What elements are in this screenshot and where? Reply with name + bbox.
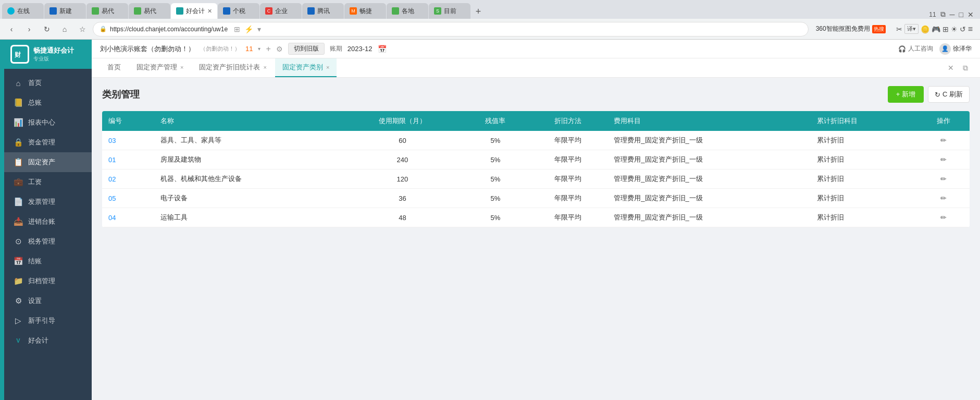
forward-button[interactable]: › <box>22 22 36 37</box>
sidebar-item-guide[interactable]: ▷ 新手引导 <box>4 311 92 331</box>
search-area[interactable]: 360智能抠图免费用 热搜 <box>812 25 890 33</box>
add-button[interactable]: + 新增 <box>888 86 924 103</box>
tab-fixed-asset-mgmt[interactable]: 固定资产管理 × <box>129 58 191 77</box>
browser-tab-gedi[interactable]: 各地 <box>387 3 428 19</box>
close-panel-icon[interactable]: ✕ <box>945 62 957 74</box>
browser-tab-muqian[interactable]: S 目前 <box>429 3 470 19</box>
browser-tab-new[interactable]: 新建 <box>44 3 86 19</box>
row4-name: 运输工具 <box>154 208 342 227</box>
dropdown-icon[interactable]: ▾ <box>257 25 261 33</box>
browser-tab-qiye[interactable]: C 企业 <box>260 3 302 19</box>
sidebar-item-payroll[interactable]: 💼 工资 <box>4 172 92 192</box>
new-window-icon[interactable]: ⧉ <box>940 10 946 19</box>
minimize-icon[interactable]: ─ <box>950 10 955 19</box>
svg-text:财: 财 <box>14 51 21 58</box>
url-bar[interactable]: 🔒 https://cloud.chanjet.com/accounting/u… <box>93 22 809 37</box>
game-icon[interactable]: 🎮 <box>932 25 940 33</box>
browser-tab-changjie[interactable]: M 畅捷 <box>344 3 386 19</box>
sidebar-item-report[interactable]: 📊 报表中心 <box>4 113 92 132</box>
reload-button[interactable]: ↻ <box>40 22 54 37</box>
sidebar-item-invoice[interactable]: 📄 发票管理 <box>4 192 92 212</box>
tab-close-fixed-mgmt[interactable]: × <box>180 64 183 70</box>
tab-home[interactable]: 首页 <box>100 58 128 77</box>
page-title: 类别管理 <box>102 88 140 101</box>
grid-icon[interactable]: ⊞ <box>942 25 949 33</box>
table-row: 03 器具、工具、家具等 60 5% 年限平均 管理费用_固定资产折旧_一级 累… <box>102 131 970 150</box>
sidebar-item-fixed-assets[interactable]: 📋 固定资产 <box>4 152 92 172</box>
menu-icon[interactable]: ≡ <box>968 25 973 34</box>
purchase-nav-icon: 📥 <box>14 217 23 226</box>
sidebar-item-close[interactable]: 📅 结账 <box>4 251 92 271</box>
tab-close-category[interactable]: × <box>326 64 329 70</box>
boost-icon: ⚡ <box>244 25 253 33</box>
user-info[interactable]: 👤 徐泽华 <box>939 43 972 55</box>
toolbar-add-icon[interactable]: + <box>266 44 270 54</box>
row2-edit-icon[interactable]: ✏ <box>940 175 947 183</box>
switch-version-button[interactable]: 切到旧版 <box>288 43 325 55</box>
browser-tab-geshui[interactable]: 个税 <box>218 3 259 19</box>
row3-expense: 管理费用_固定资产折旧_一级 <box>607 189 811 208</box>
calendar-icon[interactable]: 📅 <box>378 45 387 53</box>
period-value: 2023-12 <box>348 45 373 53</box>
row1-method: 年限平均 <box>528 150 607 169</box>
sidebar-label-archive: 归档管理 <box>28 276 55 286</box>
browser-tab-yidai2[interactable]: 易代 <box>129 3 170 19</box>
row4-edit-icon[interactable]: ✏ <box>940 213 947 222</box>
row1-code-link[interactable]: 01 <box>108 156 116 164</box>
browser-tab-yidai1[interactable]: 易代 <box>86 3 128 19</box>
tab-close-dep-table[interactable]: × <box>263 64 266 70</box>
back-button[interactable]: ‹ <box>4 22 19 37</box>
browser-tab-tengxun[interactable]: 腾讯 <box>302 3 344 19</box>
row2-period: 120 <box>342 169 463 189</box>
sidebar-label-funds: 资金管理 <box>28 138 55 147</box>
browser-tab-zaixin[interactable]: 在线 <box>2 3 44 19</box>
toolbar-settings-icon[interactable]: ⚙ <box>276 45 283 53</box>
refresh-button[interactable]: ↻ C 刷新 <box>928 86 970 103</box>
sidebar-item-archive[interactable]: 📁 归档管理 <box>4 271 92 291</box>
home-nav-icon: ⌂ <box>14 79 23 88</box>
tab-label-geshui: 个税 <box>233 7 245 16</box>
coin-icon[interactable]: 🪙 <box>921 25 929 33</box>
sidebar-label-payroll: 工资 <box>28 177 42 187</box>
row2-code-link[interactable]: 02 <box>108 175 116 183</box>
archive-nav-icon: 📁 <box>14 276 23 286</box>
sidebar-item-haokuaiji[interactable]: V 好会计 <box>4 331 92 350</box>
sidebar-item-home[interactable]: ⌂ 首页 <box>4 73 92 93</box>
sidebar: 财 畅捷通好会计 专业版 ⌂ 首页 📒 总账 📊 <box>4 40 92 400</box>
settings-nav-icon: ⚙ <box>14 296 23 306</box>
undo-icon[interactable]: ↺ <box>960 25 966 33</box>
scissors-icon[interactable]: ✂ <box>896 25 902 33</box>
row4-code-link[interactable]: 04 <box>108 214 116 222</box>
col-name: 名称 <box>154 111 342 131</box>
browser-tab-haokuaiji[interactable]: 好会计 ✕ <box>171 3 217 19</box>
url-text: https://cloud.chanjet.com/accounting/uw1… <box>110 26 228 33</box>
close-window-icon[interactable]: ✕ <box>967 10 974 19</box>
sidebar-item-tax[interactable]: ⊙ 税务管理 <box>4 232 92 251</box>
brightness-icon[interactable]: ☀ <box>951 25 958 33</box>
sidebar-item-settings[interactable]: ⚙ 设置 <box>4 291 92 311</box>
col-method: 折旧方法 <box>528 111 607 131</box>
data-table: 编号 名称 使用期限（月） 残值率 折旧方法 费用科目 累计折旧科目 操作 03 <box>102 111 970 227</box>
row3-code-link[interactable]: 05 <box>108 195 116 202</box>
row0-code-link[interactable]: 03 <box>108 137 116 144</box>
sidebar-item-funds[interactable]: 🔒 资金管理 <box>4 132 92 152</box>
expand-panel-icon[interactable]: ⧉ <box>959 62 972 74</box>
translate-icon[interactable]: 译▾ <box>904 24 919 34</box>
row3-edit-icon[interactable]: ✏ <box>940 194 947 202</box>
tab-close-icon[interactable]: ✕ <box>207 8 212 15</box>
home-button[interactable]: ⌂ <box>57 22 72 37</box>
sidebar-item-zhangzhang[interactable]: 📒 总账 <box>4 93 92 113</box>
customer-service-button[interactable]: 🎧 人工咨询 <box>898 44 933 53</box>
new-tab-button[interactable]: + <box>471 4 486 19</box>
table-row: 02 机器、机械和其他生产设备 120 5% 年限平均 管理费用_固定资产折旧_… <box>102 169 970 189</box>
maximize-icon[interactable]: □ <box>959 10 963 19</box>
tab-asset-category[interactable]: 固定资产类别 × <box>275 58 337 77</box>
row1-edit-icon[interactable]: ✏ <box>940 155 947 164</box>
row0-edit-icon[interactable]: ✏ <box>940 136 947 144</box>
toolbar-dropdown-icon[interactable]: ▾ <box>258 46 260 52</box>
row1-residual: 5% <box>463 150 528 169</box>
bookmark-button[interactable]: ☆ <box>75 22 90 37</box>
sidebar-item-purchase[interactable]: 📥 进销台账 <box>4 212 92 232</box>
tab-depreciation-table[interactable]: 固定资产折旧统计表 × <box>192 58 274 77</box>
report-nav-icon: 📊 <box>14 118 23 127</box>
